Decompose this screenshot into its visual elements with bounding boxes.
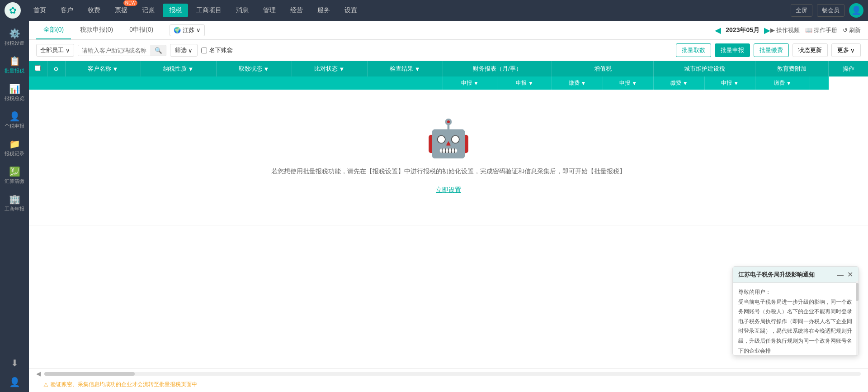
nav-billing[interactable]: 收费 xyxy=(81,4,107,17)
sub-account-checkbox[interactable]: 名下账套 xyxy=(201,46,233,54)
region-icon: 🌍 xyxy=(174,27,181,33)
manual-icon: 📖 xyxy=(805,27,812,33)
table-header-row-1: ⚙ 客户名称▼ 纳税性质▼ 取数状态▼ 比对状态▼ 检查结果▼ 财务报表（月/季… xyxy=(29,61,868,76)
nav-home[interactable]: 首页 xyxy=(27,4,52,17)
nav-tax[interactable]: 报税 xyxy=(163,4,188,17)
th-financial-report: 财务报表（月/季） xyxy=(443,61,552,76)
bottom-bar: ◀ ⚠ 验证账密、采集信息均成功的企业才会流转至批量报税页面中 xyxy=(29,368,868,392)
th-compare-status: 比对状态▼ xyxy=(292,61,367,76)
select-all-checkbox[interactable] xyxy=(35,65,41,71)
filter-icon[interactable]: ▼ xyxy=(339,66,345,72)
annual-settlement-icon: 💹 xyxy=(9,166,20,177)
th-operation: 操作 xyxy=(829,61,868,76)
employee-select[interactable]: 全部员工 ∨ xyxy=(36,44,74,57)
batch-tax-icon: 📋 xyxy=(9,56,20,67)
sidebar-item-tax-settings[interactable]: ⚙️ 报税设置 xyxy=(0,24,29,50)
notification-close-button[interactable]: ✕ xyxy=(847,270,853,279)
scrollbar-thumb[interactable] xyxy=(44,372,135,376)
nav-invoice[interactable]: 票据 NEW xyxy=(108,4,134,17)
sidebar-item-annual-report[interactable]: 🏢 工商年报 xyxy=(0,190,29,216)
filter-icon[interactable]: ▼ xyxy=(581,80,586,86)
filter-icon[interactable]: ▼ xyxy=(264,66,269,72)
sidebar-item-tax-records[interactable]: 📁 报税记录 xyxy=(0,135,29,161)
month-navigation: ◀ 2023年05月 ▶ xyxy=(715,25,770,35)
user-avatar[interactable]: 👤 xyxy=(849,3,863,18)
member-button[interactable]: 畅会员 xyxy=(817,4,844,17)
chevron-down-icon: ∨ xyxy=(188,47,193,54)
scroll-left-arrow[interactable]: ◀ xyxy=(36,370,41,377)
search-button[interactable]: 🔍 xyxy=(151,45,166,56)
th-tax-nature: 纳税性质▼ xyxy=(141,61,216,76)
personal-tax-icon: 👤 xyxy=(9,111,20,122)
search-box: 🔍 xyxy=(78,45,166,56)
chevron-down-icon: ∨ xyxy=(66,47,70,54)
filter-icon[interactable]: ▼ xyxy=(632,80,637,86)
region-selector[interactable]: 🌍 江苏 ∨ xyxy=(170,24,205,36)
notification-minimize-button[interactable]: — xyxy=(837,271,844,278)
th-city-tax: 城市维护建设税 xyxy=(654,61,755,76)
filter-icon[interactable]: ▼ xyxy=(528,80,533,86)
tab-tax-declare[interactable]: 税款申报(0) xyxy=(73,21,120,39)
notification-text: 尊敬的用户： 受当前电子税务局进一步升级的影响，同一个政务网账号（办税人）名下的… xyxy=(738,287,853,355)
tab-all[interactable]: 全部(0) xyxy=(36,21,71,39)
filter-icon[interactable]: ▼ xyxy=(733,80,739,86)
nav-management[interactable]: 管理 xyxy=(257,4,282,17)
scrollbar-track xyxy=(44,372,861,376)
th-financial-declare: 申报▼ xyxy=(443,76,497,90)
filter-icon[interactable]: ▼ xyxy=(683,80,688,86)
sidebar-bottom: ⬇ 👤 xyxy=(7,354,22,392)
filter-icon[interactable]: ▼ xyxy=(415,66,420,72)
setup-link[interactable]: 立即设置 xyxy=(436,186,461,194)
sidebar-item-batch-tax[interactable]: 📋 批量报税 xyxy=(0,52,29,78)
download-icon: ⬇ xyxy=(11,358,19,368)
table-header-row-2: 申报▼ 申报▼ 缴费▼ 申报▼ 缴费▼ 申报▼ 缴费▼ xyxy=(29,76,868,90)
th-fetch-status: 取数状态▼ xyxy=(216,61,292,76)
nav-services[interactable]: 服务 xyxy=(311,4,336,17)
nav-bookkeeping[interactable]: 记账 xyxy=(136,4,161,17)
th-city-pay: 缴费▼ xyxy=(654,76,705,90)
batch-fetch-button[interactable]: 批量取数 xyxy=(676,43,711,57)
next-month-button[interactable]: ▶ xyxy=(764,25,770,35)
user-icon: 👤 xyxy=(9,377,20,387)
notification-popup: 江苏电子税务局升级影响通知 — ✕ 尊敬的用户： 受当前电子税务局进一步升级的影… xyxy=(732,266,859,356)
nav-commerce[interactable]: 工商项目 xyxy=(190,4,228,17)
filter-button[interactable]: 筛选 ∨ xyxy=(170,44,198,57)
status-update-button[interactable]: 状态更新 xyxy=(793,43,828,57)
annual-report-icon: 🏢 xyxy=(9,194,20,205)
th-edu-pay: 缴费▼ xyxy=(755,76,810,90)
notification-scrollbar-thumb[interactable] xyxy=(856,283,859,301)
sidebar-item-personal-tax[interactable]: 👤 个税申报 xyxy=(0,107,29,133)
sidebar-item-user[interactable]: 👤 xyxy=(7,373,22,392)
notification-header: 江苏电子税务局升级影响通知 — ✕ xyxy=(733,267,859,283)
nav-customer[interactable]: 客户 xyxy=(54,4,80,17)
sidebar-item-tax-overview[interactable]: 📊 报税总览 xyxy=(0,80,29,105)
filter-icon[interactable]: ▼ xyxy=(113,66,118,72)
sidebar-item-download[interactable]: ⬇ xyxy=(7,354,22,373)
fullscreen-button[interactable]: 全屏 xyxy=(791,4,812,17)
batch-declare-button[interactable]: 批量申报 xyxy=(715,43,750,57)
tab-zero-declare[interactable]: 0申报(0) xyxy=(122,21,160,39)
th-check-result: 检查结果▼ xyxy=(367,61,443,76)
chevron-down-icon: ∨ xyxy=(850,47,855,54)
operation-manual-btn[interactable]: 📖 操作手册 xyxy=(805,26,837,34)
checkbox-input[interactable] xyxy=(201,48,207,53)
notification-title: 江苏电子税务局升级影响通知 xyxy=(738,271,815,279)
filter-icon[interactable]: ▼ xyxy=(473,80,479,86)
sidebar-item-annual-settlement[interactable]: 💹 汇算清缴 xyxy=(0,163,29,188)
notification-body: 尊敬的用户： 受当前电子税务局进一步升级的影响，同一个政务网账号（办税人）名下的… xyxy=(733,283,859,355)
gear-icon: ⚙ xyxy=(53,66,59,72)
more-button[interactable]: 更多 ∨ xyxy=(831,43,861,57)
search-input[interactable] xyxy=(78,45,151,56)
refresh-btn[interactable]: ↺ 刷新 xyxy=(843,26,861,34)
nav-messages[interactable]: 消息 xyxy=(230,4,255,17)
top-navigation: ✿ 首页 客户 收费 票据 NEW 记账 报税 工商项目 消息 管理 经营 服务… xyxy=(0,0,868,21)
filter-icon[interactable]: ▼ xyxy=(188,66,194,72)
app-logo[interactable]: ✿ xyxy=(5,2,21,19)
prev-month-button[interactable]: ◀ xyxy=(715,25,721,35)
sub-tabs-bar: 全部(0) 税款申报(0) 0申报(0) 🌍 江苏 ∨ ◀ 2023年05月 ▶ xyxy=(29,21,868,40)
batch-pay-button[interactable]: 批量缴费 xyxy=(754,43,789,57)
nav-operations[interactable]: 经营 xyxy=(284,4,309,17)
operation-video-btn[interactable]: ▶ 操作视频 xyxy=(770,26,800,34)
filter-icon[interactable]: ▼ xyxy=(786,80,792,86)
nav-settings[interactable]: 设置 xyxy=(338,4,363,17)
